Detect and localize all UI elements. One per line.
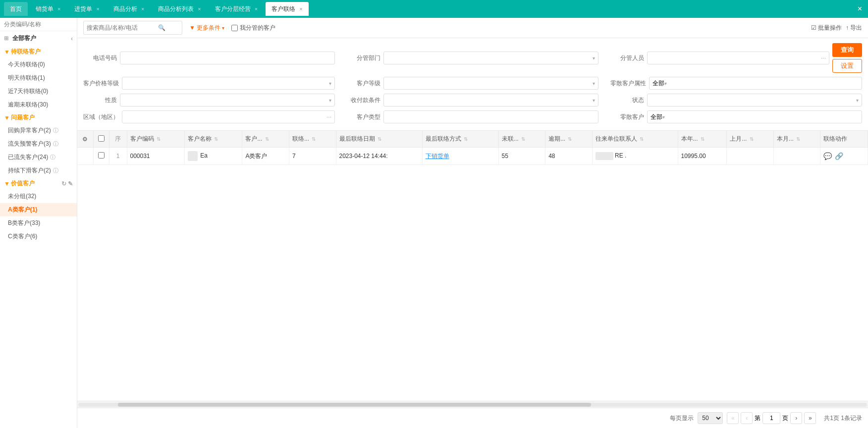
nature-arrow[interactable]: ▾: [329, 98, 331, 103]
sidebar-item-warning[interactable]: 流失预警客户(3) ⓘ: [0, 137, 77, 151]
search-icon[interactable]: 🔍: [158, 24, 165, 31]
next-page-button[interactable]: ›: [790, 412, 802, 424]
tab-customer-contact[interactable]: 客户联络 ×: [266, 2, 308, 16]
department-input[interactable]: ▾: [383, 52, 598, 64]
scroll-thumb[interactable]: [118, 403, 591, 407]
sidebar-item-c-class[interactable]: C类客户(6): [0, 230, 77, 243]
status-field[interactable]: [651, 97, 856, 104]
sidebar-item-b-class[interactable]: B类客户(33): [0, 216, 77, 230]
my-customer-filter[interactable]: 我分管的客户: [231, 24, 275, 32]
settings-button[interactable]: 设置: [832, 59, 862, 73]
payment-input[interactable]: ▾: [383, 94, 598, 107]
department-arrow[interactable]: ▾: [593, 55, 595, 61]
tab-sales[interactable]: 销货单 ×: [30, 2, 66, 16]
customer-level-arrow[interactable]: ▾: [593, 81, 595, 86]
col-overdue[interactable]: 逾期... ⇅: [545, 131, 593, 148]
col-settings[interactable]: ⚙: [77, 131, 93, 148]
customer-type-input[interactable]: [383, 110, 598, 123]
col-checkbox[interactable]: [93, 131, 109, 148]
sidebar-item-today[interactable]: 今天待联络(0): [0, 58, 77, 71]
col-unit-contact[interactable]: 往来单位联系人 ⇅: [592, 131, 678, 148]
col-contact[interactable]: 联络... ⇅: [289, 131, 336, 148]
row-select-checkbox[interactable]: [98, 152, 105, 159]
sidebar-search-input[interactable]: [4, 21, 77, 28]
col-code[interactable]: 客户编码 ⇅: [127, 131, 184, 148]
col-last-date[interactable]: 最后联络日期 ⇅: [336, 131, 422, 148]
last-method-link[interactable]: 下销货单: [426, 153, 449, 160]
col-last-method[interactable]: 最后联络方式 ⇅: [422, 131, 498, 148]
sidebar-item-week[interactable]: 近7天待联络(0): [0, 85, 77, 98]
sidebar-item-ungroup[interactable]: 未分组(32): [0, 190, 77, 203]
row-name[interactable]: Ea: [184, 148, 242, 165]
prev-page-button[interactable]: ‹: [741, 412, 753, 424]
scroll-track[interactable]: [78, 403, 867, 407]
status-arrow[interactable]: ▾: [856, 98, 859, 103]
tab-goods-analysis[interactable]: 商品分析 ×: [108, 2, 150, 16]
payment-field[interactable]: [387, 97, 593, 104]
col-name[interactable]: 客户名称 ⇅: [184, 131, 242, 148]
filter-more-button[interactable]: ▼ 更多条件 ▾: [186, 21, 227, 35]
customer-level-field[interactable]: [387, 80, 593, 87]
price-level-field[interactable]: [125, 80, 329, 87]
phone-input[interactable]: [120, 52, 335, 64]
tab-purchase[interactable]: 进货单 ×: [68, 2, 105, 16]
manager-field[interactable]: [651, 54, 821, 61]
sidebar-item-declining[interactable]: 持续下滑客户(2) ⓘ: [0, 164, 77, 177]
customer-level-input[interactable]: ▾: [383, 77, 598, 90]
tab-customer-tier[interactable]: 客户分层经营 ×: [209, 2, 264, 16]
row-checkbox[interactable]: [93, 148, 109, 165]
refresh-icon[interactable]: ↻: [61, 180, 66, 187]
region-dots[interactable]: ···: [326, 113, 331, 120]
col-this-month[interactable]: 本月... ⇅: [773, 131, 820, 148]
close-customer-tier-tab[interactable]: ×: [255, 6, 258, 12]
sidebar-item-abnormal[interactable]: 回购异常客户(2) ⓘ: [0, 124, 77, 137]
query-button[interactable]: 查询: [832, 43, 862, 57]
price-level-input[interactable]: ▾: [122, 77, 335, 90]
row-last-method[interactable]: 下销货单: [422, 148, 498, 165]
last-page-button[interactable]: »: [804, 412, 816, 424]
row-code[interactable]: 000031: [127, 148, 184, 165]
close-customer-contact-tab[interactable]: ×: [299, 6, 302, 12]
link-icon[interactable]: 🔗: [835, 152, 843, 160]
retail-attr-arrow[interactable]: ▾: [664, 81, 667, 86]
edit-icon[interactable]: ✎: [68, 180, 73, 187]
manager-input[interactable]: ···: [647, 52, 829, 64]
retail-customer-arrow[interactable]: ▾: [662, 114, 665, 120]
phone-field[interactable]: [123, 54, 331, 61]
sidebar-item-lost[interactable]: 已流失客户(24) ⓘ: [0, 151, 77, 164]
sidebar-item-tomorrow[interactable]: 明天待联络(1): [0, 71, 77, 85]
message-icon[interactable]: 💬: [823, 152, 832, 160]
close-sales-tab[interactable]: ×: [57, 6, 60, 12]
nature-input[interactable]: ▾: [120, 94, 335, 107]
global-close-button[interactable]: ×: [856, 2, 864, 15]
page-number-input[interactable]: [762, 412, 780, 424]
manager-dots[interactable]: ···: [821, 54, 826, 61]
retail-customer-input[interactable]: 全部 ▾: [647, 110, 862, 123]
close-goods-analysis-tab[interactable]: ×: [141, 6, 144, 12]
price-level-arrow[interactable]: ▾: [329, 81, 331, 86]
search-input[interactable]: [87, 24, 156, 31]
region-field[interactable]: [125, 113, 326, 120]
tab-home[interactable]: 首页: [4, 2, 28, 16]
sidebar-all-customers[interactable]: ⊞ 全部客户 ‹: [0, 31, 77, 46]
customer-type-field[interactable]: [387, 113, 595, 120]
sidebar-item-a-class[interactable]: A类客户(1): [0, 203, 77, 216]
my-customer-checkbox[interactable]: [231, 25, 238, 31]
status-input[interactable]: ▾: [647, 94, 862, 107]
horizontal-scrollbar[interactable]: [77, 401, 868, 408]
retail-attr-input[interactable]: 全部 ▾: [649, 77, 862, 90]
sidebar-item-overdue[interactable]: 逾期未联络(30): [0, 98, 77, 111]
col-type[interactable]: 客户... ⇅: [242, 131, 289, 148]
close-purchase-tab[interactable]: ×: [96, 6, 99, 12]
nature-field[interactable]: [123, 97, 329, 104]
page-size-select[interactable]: 50 100: [698, 412, 723, 424]
region-input[interactable]: ···: [122, 110, 335, 123]
select-all-checkbox[interactable]: [98, 135, 105, 142]
batch-op-button[interactable]: ☑ 批量操作: [811, 24, 842, 32]
first-page-button[interactable]: «: [727, 412, 739, 424]
department-field[interactable]: [387, 54, 593, 61]
col-not-contacted[interactable]: 未联... ⇅: [498, 131, 545, 148]
col-this-year[interactable]: 本年... ⇅: [678, 131, 727, 148]
collapse-icon[interactable]: ‹: [71, 35, 73, 42]
payment-arrow[interactable]: ▾: [593, 98, 595, 103]
